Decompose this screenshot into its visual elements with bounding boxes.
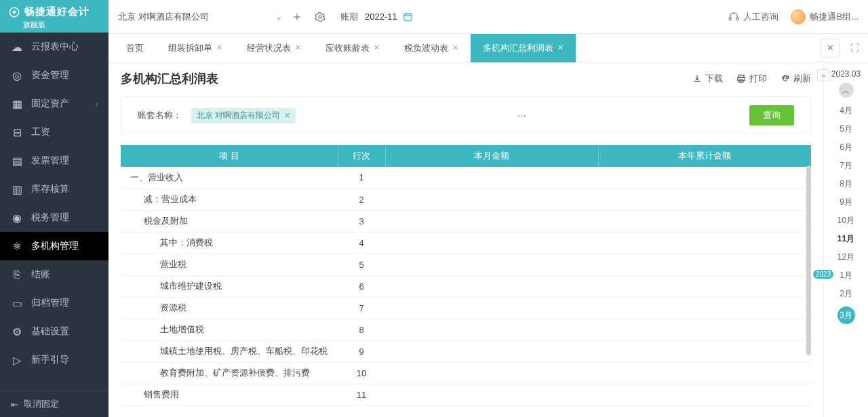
sidebar-item-7[interactable]: ⚛多机构管理 bbox=[0, 232, 108, 260]
cell-item: 销售费用 bbox=[121, 384, 338, 405]
cell-month bbox=[385, 319, 598, 340]
tab-label: 多机构汇总利润表 bbox=[483, 42, 553, 54]
tab-5[interactable]: 多机构汇总利润表✕ bbox=[471, 34, 576, 62]
year-badge: 2023 bbox=[813, 270, 833, 279]
cell-month bbox=[385, 275, 598, 297]
rail-month-6[interactable]: 10月 bbox=[824, 212, 868, 230]
filter-tag[interactable]: 北京 对啊酒店有限公司 ✕ bbox=[191, 108, 296, 123]
cell-item: 资源税 bbox=[121, 297, 338, 319]
cell-year bbox=[598, 210, 811, 232]
rail-expand-icon[interactable]: » bbox=[817, 69, 829, 81]
sidebar-item-0[interactable]: ☁云报表中心 bbox=[0, 33, 108, 61]
sidebar-item-3[interactable]: ⊟工资 bbox=[0, 118, 108, 146]
tab-4[interactable]: 税负波动表✕ bbox=[392, 34, 471, 62]
unpin-icon: ⇤ bbox=[11, 399, 18, 410]
rail-month-7[interactable]: 11月 bbox=[824, 230, 868, 248]
table-row: 减：营业成本2 bbox=[121, 188, 811, 210]
sidebar-item-6[interactable]: ◉税务管理 bbox=[0, 203, 108, 232]
print-button[interactable]: 打印 bbox=[736, 73, 767, 85]
rail-month-8[interactable]: 12月 bbox=[824, 248, 868, 266]
tab-0[interactable]: 首页 bbox=[114, 34, 156, 62]
sidebar-item-1[interactable]: ◎资金管理 bbox=[0, 61, 108, 90]
rail-month-10[interactable]: 2月 bbox=[824, 285, 868, 303]
tag-remove-icon[interactable]: ✕ bbox=[284, 111, 290, 120]
menu-icon: ▷ bbox=[11, 354, 23, 366]
scrollbar[interactable] bbox=[806, 165, 811, 355]
sidebar-item-10[interactable]: ⚙基础设置 bbox=[0, 317, 108, 346]
brand-name: 畅捷通好会计 bbox=[24, 5, 90, 18]
cell-line: 9 bbox=[338, 340, 385, 362]
menu-icon: ⚛ bbox=[11, 240, 23, 252]
sidebar-unpin[interactable]: ⇤ 取消固定 bbox=[0, 391, 108, 417]
tab-1[interactable]: 组装拆卸单✕ bbox=[156, 34, 235, 62]
sidebar-item-2[interactable]: ▦固定资产› bbox=[0, 90, 108, 118]
gear-icon[interactable] bbox=[312, 9, 328, 25]
menu-icon: ⚙ bbox=[11, 325, 23, 338]
headset-icon bbox=[728, 12, 739, 22]
chevron-right-icon: › bbox=[96, 100, 98, 108]
cell-year bbox=[598, 232, 811, 254]
tabs: 首页组装拆卸单✕经营状况表✕应收账龄表✕税负波动表✕多机构汇总利润表✕ ✕ ⛶ bbox=[108, 34, 868, 62]
consult-button[interactable]: 人工咨询 bbox=[728, 11, 778, 23]
user-name: 畅捷通B组... bbox=[810, 11, 859, 23]
tab-label: 首页 bbox=[126, 42, 144, 54]
cell-line: 11 bbox=[338, 384, 385, 405]
cell-year bbox=[598, 275, 811, 297]
cell-item: 营业税 bbox=[121, 254, 338, 275]
org-selector[interactable]: 北京 对啊酒店有限公司 ⌄ bbox=[118, 11, 282, 23]
tab-close-icon[interactable]: ✕ bbox=[216, 43, 222, 52]
rail-month-5[interactable]: 9月 bbox=[824, 193, 868, 212]
menu-icon: ☁ bbox=[11, 41, 23, 53]
rail-month-4[interactable]: 8月 bbox=[824, 175, 868, 193]
rail-month-1[interactable]: 5月 bbox=[824, 120, 868, 138]
tab-close-icon[interactable]: ✕ bbox=[557, 43, 564, 52]
rail-month-0[interactable]: 4月 bbox=[824, 102, 868, 120]
sidebar-item-8[interactable]: ⎘结账 bbox=[0, 260, 108, 289]
sidebar-item-4[interactable]: ▤发票管理 bbox=[0, 146, 108, 175]
calendar-icon[interactable] bbox=[403, 12, 413, 22]
cell-item: 城镇土地使用税、房产税、车船税、印花税 bbox=[121, 340, 338, 362]
sidebar-item-5[interactable]: ▥库存核算 bbox=[0, 175, 108, 203]
menu-label: 新手引导 bbox=[31, 354, 69, 366]
tab-close-icon[interactable]: ✕ bbox=[452, 43, 458, 52]
rail-year[interactable]: 2023.03 bbox=[831, 69, 861, 79]
cell-year bbox=[598, 167, 811, 188]
table-row: 城市维护建设税6 bbox=[121, 275, 811, 297]
fullscreen-button[interactable]: ⛶ bbox=[845, 39, 864, 58]
menu-label: 库存核算 bbox=[31, 183, 69, 195]
rail-month-2[interactable]: 6月 bbox=[824, 138, 868, 157]
rail-up-icon[interactable]: ︽ bbox=[839, 83, 854, 98]
rail-month-11[interactable]: 3月 bbox=[824, 303, 868, 327]
sidebar-menu: ☁云报表中心◎资金管理▦固定资产›⊟工资▤发票管理▥库存核算◉税务管理⚛多机构管… bbox=[0, 33, 108, 391]
menu-icon: ▤ bbox=[11, 155, 23, 167]
cell-month bbox=[385, 167, 598, 188]
sidebar-footer-label: 取消固定 bbox=[24, 398, 59, 410]
th-month: 本月金额 bbox=[385, 145, 598, 167]
user-menu[interactable]: 畅捷通B组... bbox=[791, 9, 859, 24]
tab-2[interactable]: 经营状况表✕ bbox=[235, 34, 313, 62]
menu-label: 固定资产 bbox=[31, 98, 69, 110]
rail-month-9[interactable]: 20231月 bbox=[824, 266, 868, 285]
query-button[interactable]: 查询 bbox=[749, 105, 794, 125]
tab-close-icon[interactable]: ✕ bbox=[295, 43, 301, 52]
menu-label: 税务管理 bbox=[31, 212, 69, 224]
cell-item: 其中：消费税 bbox=[121, 232, 338, 254]
tab-close-icon[interactable]: ✕ bbox=[374, 43, 380, 52]
cell-line: 10 bbox=[338, 362, 385, 384]
sidebar-item-11[interactable]: ▷新手引导 bbox=[0, 346, 108, 374]
cell-year bbox=[598, 362, 811, 384]
sidebar-item-9[interactable]: ▭归档管理 bbox=[0, 289, 108, 317]
rail-month-3[interactable]: 7月 bbox=[824, 157, 868, 175]
table-row: 教育费附加、矿产资源补偿费、排污费10 bbox=[121, 362, 811, 384]
tab-3[interactable]: 应收账龄表✕ bbox=[313, 34, 392, 62]
print-label: 打印 bbox=[749, 73, 767, 85]
filter-more-icon[interactable]: ⋯ bbox=[296, 111, 749, 121]
cell-item: 土地增值税 bbox=[121, 319, 338, 340]
brand-logo-icon bbox=[8, 6, 20, 18]
cell-month bbox=[385, 340, 598, 362]
refresh-button[interactable]: 刷新 bbox=[781, 73, 811, 85]
close-all-tabs-button[interactable]: ✕ bbox=[821, 39, 840, 58]
download-button[interactable]: 下载 bbox=[692, 73, 723, 85]
add-icon[interactable] bbox=[289, 9, 305, 25]
cell-line: 5 bbox=[338, 254, 385, 275]
